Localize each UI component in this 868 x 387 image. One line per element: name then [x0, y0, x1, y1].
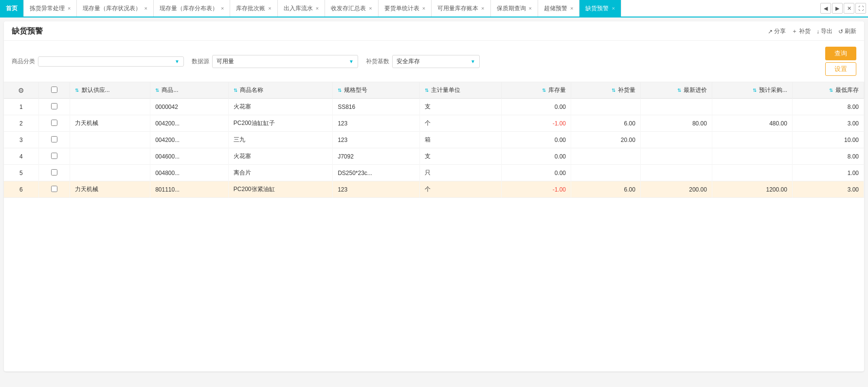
- tab-fullscreen-button[interactable]: ⛶: [855, 3, 866, 14]
- cell-spec: 123: [333, 115, 420, 132]
- datasource-label: 数据源: [192, 57, 209, 66]
- tab-close-stock-status[interactable]: ×: [144, 5, 147, 11]
- table-row: 10000042火花塞SS816支0.008.00: [4, 99, 864, 115]
- tab-expiry[interactable]: 保质期查询×: [491, 0, 538, 17]
- cell-supplier: 力天机械: [70, 115, 150, 132]
- tab-prev-button[interactable]: ◀: [820, 3, 831, 14]
- query-button[interactable]: 查询: [825, 47, 856, 60]
- tab-label-expiry: 保质期查询: [497, 4, 526, 13]
- table-row: 3004200...三九123箱0.0020.0010.00: [4, 132, 864, 148]
- cell-supplier: [70, 165, 150, 181]
- refresh-icon: ↺: [838, 28, 843, 35]
- row-checkbox[interactable]: [51, 153, 57, 159]
- cell-product-code: 0000042: [150, 99, 229, 115]
- cell-stock: -1.00: [502, 115, 571, 132]
- col-header-spec: ⇅ 规格型号: [333, 82, 420, 99]
- cell-checkbox[interactable]: [38, 99, 70, 115]
- tab-close-receive-summary[interactable]: ×: [369, 5, 372, 11]
- tab-close-overstock[interactable]: ×: [570, 5, 573, 11]
- tab-close-batch-account[interactable]: ×: [268, 5, 271, 11]
- page-title: 缺货预警: [12, 26, 43, 36]
- replenish-base-select[interactable]: 安全库存 ▼: [392, 55, 480, 68]
- cell-index: 1: [4, 99, 38, 115]
- row-checkbox[interactable]: [51, 186, 57, 192]
- cell-stock: 0.00: [502, 165, 571, 181]
- tab-inout-flow[interactable]: 出入库流水×: [278, 0, 325, 17]
- tab-close-stock-dist[interactable]: ×: [221, 5, 224, 11]
- datasource-value: 可用量: [217, 57, 234, 66]
- share-label: 分享: [774, 27, 786, 35]
- cell-est-purchase: [712, 99, 792, 115]
- tab-batch-account[interactable]: 库存批次账×: [230, 0, 277, 17]
- datasource-filter-group: 数据源 可用量 ▼: [192, 55, 358, 68]
- replenish-base-filter-group: 补货基数 安全库存 ▼: [366, 55, 480, 68]
- gear-icon[interactable]: ⚙: [18, 87, 24, 94]
- cell-checkbox[interactable]: [38, 148, 70, 165]
- cell-checkbox[interactable]: [38, 181, 70, 198]
- cell-latest-price: [640, 132, 712, 148]
- col-header-product-code: ⇅ 商品...: [150, 82, 229, 99]
- col-label-min-stock: 最低库存: [835, 87, 859, 93]
- col-header-gear[interactable]: ⚙: [4, 82, 38, 99]
- cell-stock: 0.00: [502, 99, 571, 115]
- cell-checkbox[interactable]: [38, 132, 70, 148]
- replenish-base-arrow-icon: ▼: [470, 59, 475, 64]
- cell-min-stock: 10.00: [792, 132, 864, 148]
- tab-close-all-button[interactable]: ✕: [844, 3, 854, 14]
- cell-index: 6: [4, 181, 38, 198]
- cell-stock: 0.00: [502, 148, 571, 165]
- row-checkbox[interactable]: [51, 120, 57, 126]
- tab-exception[interactable]: 拣货异常处理×: [24, 0, 77, 17]
- tab-stock-dist[interactable]: 现存量（库存分布表）×: [154, 0, 230, 17]
- row-checkbox[interactable]: [51, 169, 57, 176]
- tab-demand-stats[interactable]: 要货单统计表×: [379, 0, 432, 17]
- cell-spec: SS816: [333, 99, 420, 115]
- cell-product-code: 004200...: [150, 132, 229, 148]
- tab-shortage[interactable]: 缺货预警×: [579, 0, 621, 17]
- sort-icon-code: ⇅: [155, 88, 159, 93]
- tab-home[interactable]: 首页: [0, 0, 24, 17]
- cell-replenish: [571, 165, 641, 181]
- select-all-checkbox[interactable]: [51, 87, 57, 93]
- tab-label-demand-stats: 要货单统计表: [384, 4, 419, 13]
- cell-product-name: PC200油缸缸子: [228, 115, 332, 132]
- category-select[interactable]: ▼: [38, 56, 184, 67]
- export-action[interactable]: ↓ 导出: [816, 27, 832, 35]
- col-header-checkbox[interactable]: [38, 82, 70, 99]
- cell-checkbox[interactable]: [38, 165, 70, 181]
- table-header: ⚙ ⇅ 默认供应... ⇅ 商品... ⇅ 商品名称: [4, 82, 864, 99]
- tab-label-batch-account: 库存批次账: [236, 4, 265, 13]
- table-row: 4004600...火花塞J7092支0.008.00: [4, 148, 864, 165]
- settings-button[interactable]: 设置: [825, 62, 856, 76]
- export-icon: ↓: [816, 28, 819, 35]
- cell-spec: 123: [333, 181, 420, 198]
- cell-spec: 123: [333, 132, 420, 148]
- tab-overstock[interactable]: 超储预警×: [538, 0, 579, 17]
- tab-label-exception: 拣货异常处理: [30, 4, 65, 13]
- cell-supplier: 力天机械: [70, 181, 150, 198]
- refresh-action[interactable]: ↺ 刷新: [838, 27, 856, 35]
- cell-product-name: 火花塞: [228, 99, 332, 115]
- replenish-action[interactable]: ＋ 补货: [792, 27, 811, 35]
- tab-next-button[interactable]: ▶: [832, 3, 843, 14]
- tab-close-exception[interactable]: ×: [68, 5, 71, 11]
- row-checkbox[interactable]: [51, 103, 57, 109]
- cell-est-purchase: [712, 148, 792, 165]
- datasource-select[interactable]: 可用量 ▼: [212, 55, 358, 68]
- cell-checkbox[interactable]: [38, 115, 70, 132]
- cell-product-code: 004600...: [150, 148, 229, 165]
- tab-close-demand-stats[interactable]: ×: [422, 5, 425, 11]
- tab-close-inout-flow[interactable]: ×: [316, 5, 319, 11]
- tab-close-available-ledger[interactable]: ×: [481, 5, 484, 11]
- filter-actions: 查询 设置: [825, 47, 856, 76]
- tab-receive-summary[interactable]: 收发存汇总表×: [325, 0, 378, 17]
- tab-close-expiry[interactable]: ×: [529, 5, 532, 11]
- share-action[interactable]: ↗ 分享: [768, 27, 786, 35]
- replenish-icon: ＋: [792, 27, 797, 35]
- tab-available-ledger[interactable]: 可用量库存账本×: [432, 0, 490, 17]
- tab-stock-status[interactable]: 现存量（库存状况表）×: [77, 0, 153, 17]
- tab-close-shortage[interactable]: ×: [612, 5, 615, 11]
- export-label: 导出: [821, 27, 832, 35]
- tab-label-shortage: 缺货预警: [585, 4, 609, 13]
- row-checkbox[interactable]: [51, 136, 57, 142]
